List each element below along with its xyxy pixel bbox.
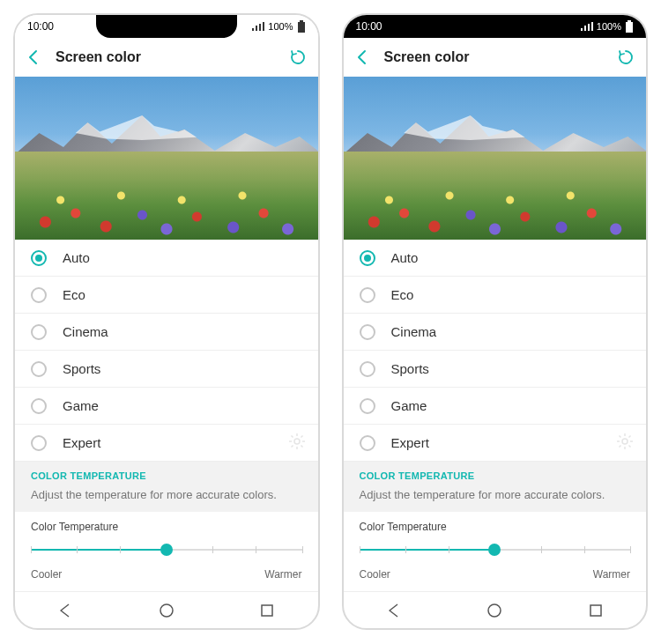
slider-thumb[interactable] <box>488 544 501 556</box>
slider-right-label: Warmer <box>593 568 630 581</box>
mode-label: Auto <box>391 250 419 265</box>
battery-icon <box>297 20 306 33</box>
mode-option-expert[interactable]: Expert <box>344 425 647 462</box>
mode-label: Sports <box>391 361 429 376</box>
slider-thumb[interactable] <box>160 544 173 556</box>
mode-label: Game <box>63 398 99 413</box>
phone-no-notch: 10:00 100% Screen color Auto <box>342 13 649 630</box>
mode-option-cinema[interactable]: Cinema <box>15 314 318 351</box>
color-temperature-slider[interactable] <box>360 542 631 558</box>
preview-image <box>344 77 647 240</box>
svg-point-0 <box>294 439 300 444</box>
section-description: Adjust the temperature for more accurate… <box>15 488 318 512</box>
mode-label: Cinema <box>63 324 108 339</box>
mode-label: Game <box>391 398 427 413</box>
radio-icon <box>31 435 47 451</box>
status-bar: 10:00 100% <box>344 15 647 38</box>
gear-icon[interactable] <box>616 433 634 454</box>
mode-label: Cinema <box>391 324 437 339</box>
mode-option-sports[interactable]: Sports <box>15 351 318 388</box>
slider-right-label: Warmer <box>264 568 301 581</box>
section-description: Adjust the temperature for more accurate… <box>344 488 647 512</box>
color-temperature-slider[interactable] <box>31 542 302 558</box>
preview-image <box>15 77 318 240</box>
color-temperature-slider-block: Color Temperature <box>344 512 647 563</box>
app-bar: Screen color <box>15 38 318 77</box>
svg-point-1 <box>160 604 173 617</box>
section-title: COLOR TEMPERATURE <box>15 462 318 488</box>
mode-option-game[interactable]: Game <box>344 388 647 425</box>
slider-left-label: Cooler <box>31 568 62 581</box>
radio-icon <box>31 324 47 340</box>
app-bar: Screen color <box>344 38 647 77</box>
radio-icon <box>360 287 375 303</box>
svg-point-3 <box>622 439 628 444</box>
page-title: Screen color <box>56 49 141 65</box>
status-time: 10:00 <box>356 20 382 33</box>
status-time: 10:00 <box>27 20 54 33</box>
display-notch <box>96 15 237 38</box>
status-battery-text: 100% <box>597 21 621 32</box>
status-battery-text: 100% <box>268 21 293 32</box>
color-mode-list: Auto Eco Cinema Sports Game Expert <box>344 240 647 462</box>
radio-icon <box>31 398 47 414</box>
nav-recent-icon[interactable] <box>259 603 275 618</box>
mode-option-eco[interactable]: Eco <box>15 277 318 314</box>
svg-rect-5 <box>590 605 601 616</box>
slider-left-label: Cooler <box>360 568 390 581</box>
color-mode-list: Auto Eco Cinema Sports Game Expert <box>15 240 318 462</box>
mode-option-sports[interactable]: Sports <box>344 351 647 388</box>
radio-icon <box>360 250 375 266</box>
slider-end-labels: Cooler Warmer <box>15 563 318 591</box>
slider-label: Color Temperature <box>31 521 302 533</box>
mode-option-cinema[interactable]: Cinema <box>344 314 647 351</box>
gear-icon[interactable] <box>288 433 306 454</box>
mode-option-auto[interactable]: Auto <box>15 240 318 277</box>
slider-end-labels: Cooler Warmer <box>344 563 647 591</box>
color-temperature-slider-block: Color Temperature <box>15 512 318 563</box>
radio-icon <box>360 398 375 414</box>
slider-label: Color Temperature <box>360 521 631 533</box>
navigation-bar <box>344 591 647 628</box>
radio-icon <box>31 361 47 377</box>
nav-home-icon[interactable] <box>159 603 175 618</box>
svg-point-4 <box>488 604 501 617</box>
mode-label: Expert <box>391 435 429 450</box>
section-title: COLOR TEMPERATURE <box>344 462 647 488</box>
signal-icon <box>252 22 264 31</box>
page-title: Screen color <box>384 49 470 65</box>
mode-option-expert[interactable]: Expert <box>15 425 318 462</box>
radio-icon <box>31 250 47 266</box>
radio-icon <box>360 361 375 377</box>
mode-label: Eco <box>391 287 414 302</box>
signal-icon <box>581 22 593 31</box>
radio-icon <box>31 287 47 303</box>
nav-home-icon[interactable] <box>486 603 502 618</box>
radio-icon <box>360 324 375 340</box>
mode-option-game[interactable]: Game <box>15 388 318 425</box>
mode-label: Expert <box>63 435 100 450</box>
nav-back-icon[interactable] <box>386 603 402 618</box>
battery-icon <box>625 20 634 33</box>
back-icon[interactable] <box>26 48 43 66</box>
nav-back-icon[interactable] <box>57 603 73 618</box>
reset-icon[interactable] <box>288 48 308 67</box>
phone-with-notch: 10:00 100% Screen color Auto <box>13 13 320 630</box>
back-icon[interactable] <box>354 48 372 66</box>
mode-option-auto[interactable]: Auto <box>344 240 647 277</box>
navigation-bar <box>15 591 318 628</box>
mode-label: Eco <box>63 287 85 302</box>
nav-recent-icon[interactable] <box>588 603 604 618</box>
mode-label: Auto <box>63 250 90 265</box>
reset-icon[interactable] <box>616 48 635 67</box>
svg-rect-2 <box>262 605 272 616</box>
radio-icon <box>360 435 375 451</box>
mode-label: Sports <box>63 361 100 376</box>
mode-option-eco[interactable]: Eco <box>344 277 647 314</box>
